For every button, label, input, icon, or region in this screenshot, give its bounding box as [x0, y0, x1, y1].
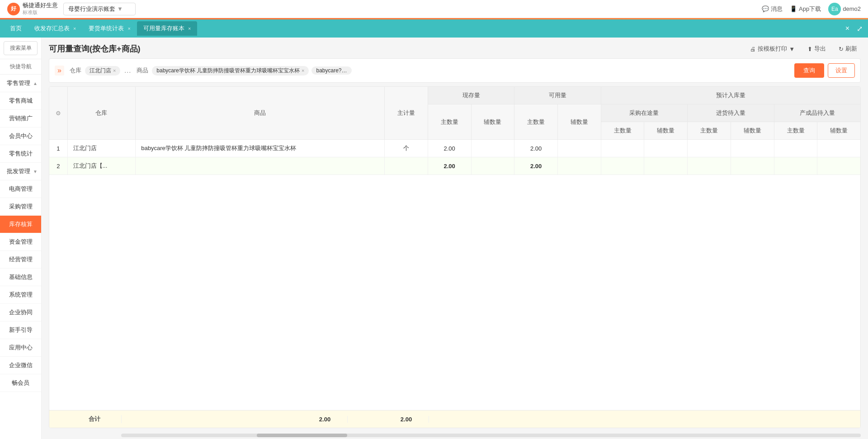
scroll-thumb[interactable]	[257, 434, 347, 437]
sidebar-item-enterprise-wechat-label: 企业微信	[4, 361, 38, 369]
warehouse-tag-jiangbei[interactable]: 江北门店 ×	[85, 66, 120, 76]
row2-prod-main	[774, 157, 817, 175]
warehouse-filter-tags: 江北门店 ×	[85, 66, 120, 76]
table-row: 2 江北门店【... 2.00 2.00	[49, 157, 860, 175]
tab-receive-send-label: 收发存汇总表	[34, 24, 70, 33]
expand-button[interactable]: ⤢	[855, 23, 864, 35]
app-download-button[interactable]: 📱 App下载	[790, 5, 821, 13]
export-button[interactable]: ⬆ 导出	[804, 43, 830, 55]
logo-text: 畅捷通好生意	[23, 2, 58, 9]
row2-pur-main	[601, 157, 644, 175]
tab-available-inventory-label: 可用量库存账本	[143, 24, 184, 33]
sidebar-item-business-mgmt[interactable]: 经营管理	[0, 251, 41, 269]
sidebar-item-inventory[interactable]: 库存核算	[0, 216, 41, 233]
row1-avail-main: 2.00	[514, 140, 558, 157]
sidebar-item-marketing-label: 营销推广	[4, 114, 38, 123]
sidebar-item-retail-stats[interactable]: 零售统计	[0, 145, 41, 163]
tab-receive-send-close[interactable]: ×	[73, 26, 76, 31]
tab-home[interactable]: 首页	[4, 21, 28, 36]
product-tag-babycare[interactable]: babycare学饮杯 儿童防摔防撞吸管杯重力球吸嘴杯宝宝水杯 ×	[152, 66, 309, 76]
settings-button[interactable]: 设置	[828, 63, 855, 78]
sidebar-item-enterprise[interactable]: 企业协同	[0, 304, 41, 321]
logo-text-block: 畅捷通好生意 标准版	[23, 2, 58, 16]
product-tag-babycare2[interactable]: babycare?…	[311, 66, 351, 75]
horizontal-scrollbar[interactable]	[121, 434, 861, 437]
tab-order-stats[interactable]: 要货单统计表 ×	[82, 21, 137, 36]
th-available: 可用量	[514, 87, 601, 104]
sidebar-item-retail-mall[interactable]: 零售商城	[0, 92, 41, 110]
row1-no: 1	[49, 140, 67, 157]
tab-available-inventory[interactable]: 可用量库存账本 ×	[137, 21, 197, 36]
product-tag-remove-icon[interactable]: ×	[302, 68, 304, 73]
logo-sub: 标准版	[23, 9, 58, 16]
template-print-label: 按模板打印	[758, 45, 787, 53]
refresh-icon: ↻	[839, 46, 844, 52]
sidebar-item-enterprise-wechat[interactable]: 企业微信	[0, 357, 41, 374]
sidebar-item-newbie[interactable]: 新手引导	[0, 321, 41, 339]
tab-receive-send[interactable]: 收发存汇总表 ×	[28, 21, 82, 36]
sidebar-item-member-center-label: 会员中心	[4, 132, 38, 140]
warehouse-more-icon[interactable]: …	[124, 66, 131, 75]
warehouse-tag-label: 江北门店	[90, 67, 111, 75]
tab-available-inventory-close[interactable]: ×	[188, 26, 191, 31]
product-filter-label: 商品	[137, 66, 148, 75]
chevron-icon: ▲	[33, 81, 38, 86]
sidebar-item-app-center[interactable]: 应用中心	[0, 339, 41, 357]
avatar: Ea	[828, 3, 841, 15]
row2-inc-main	[688, 157, 731, 175]
row1-inc-aux	[731, 140, 774, 157]
chevron-down-icon: ▼	[117, 5, 123, 12]
sidebar-item-basic-info[interactable]: 基础信息	[0, 269, 41, 286]
nav-tabs-bar: 首页 收发存汇总表 × 要货单统计表 × 可用量库存账本 × × ⤢	[0, 19, 868, 38]
row1-inc-main	[688, 140, 731, 157]
warehouse-tag-remove-icon[interactable]: ×	[113, 68, 116, 73]
sidebar-item-member-center[interactable]: 会员中心	[0, 127, 41, 145]
sidebar-item-retail-mgmt[interactable]: 零售管理 ▲	[0, 75, 41, 92]
logo-icon: 好	[7, 3, 20, 15]
tab-order-stats-close[interactable]: ×	[127, 26, 130, 31]
th-stock-main-qty: 主数量	[428, 104, 471, 140]
th-current-stock: 现存量	[428, 87, 514, 104]
message-icon: 💬	[762, 5, 769, 12]
warehouse-filter-label: 仓库	[70, 66, 81, 75]
user-menu[interactable]: Ea demo2	[828, 3, 861, 15]
sidebar-item-member[interactable]: 畅会员	[0, 374, 41, 392]
table-wrapper: ⚙ 仓库 商品 主计量 现存量 可用量 预计入库量 主数量 辅数量	[49, 86, 861, 428]
message-label: 消息	[771, 5, 783, 13]
search-menu-button[interactable]: 搜索菜单	[4, 41, 38, 55]
th-avail-aux-qty: 辅数量	[557, 104, 601, 140]
sidebar-item-ecommerce[interactable]: 电商管理	[0, 180, 41, 198]
sidebar-item-finance[interactable]: 资金管理	[0, 233, 41, 251]
sidebar-item-marketing[interactable]: 营销推广	[0, 110, 41, 127]
store-selector-label: 母婴行业演示账套	[68, 5, 115, 13]
sidebar-item-retail-mall-label: 零售商城	[4, 97, 38, 105]
filter-toggle-button[interactable]: »	[55, 66, 64, 76]
th-inc-main: 主数量	[688, 122, 731, 140]
sidebar-item-purchase-label: 采购管理	[4, 203, 38, 211]
sidebar-item-purchase[interactable]: 采购管理	[0, 198, 41, 216]
chevron-down-print-icon: ▼	[789, 46, 795, 52]
th-settings: ⚙	[49, 87, 67, 140]
footer-label: 合计	[67, 415, 122, 423]
message-button[interactable]: 💬 消息	[762, 5, 783, 13]
refresh-button[interactable]: ↻ 刷新	[835, 43, 861, 55]
query-button[interactable]: 查询	[794, 63, 824, 78]
sidebar-item-app-center-label: 应用中心	[4, 344, 38, 352]
sidebar-item-system[interactable]: 系统管理	[0, 286, 41, 304]
quick-nav-button[interactable]: 快捷导航	[0, 59, 41, 75]
template-print-button[interactable]: 🖨 按模板打印 ▼	[746, 43, 798, 55]
th-production: 产成品待入量	[774, 104, 860, 122]
th-stock-aux-qty: 辅数量	[471, 104, 514, 140]
table-scroll[interactable]: ⚙ 仓库 商品 主计量 现存量 可用量 预计入库量 主数量 辅数量	[49, 87, 860, 410]
logo-area: 好 畅捷通好生意 标准版	[7, 2, 58, 16]
user-name: demo2	[843, 5, 861, 12]
close-tab-button[interactable]: ×	[844, 23, 851, 34]
th-purchase-transit: 采购在途量	[601, 104, 687, 122]
sidebar-item-wholesale-mgmt[interactable]: 批发管理 ▼	[0, 163, 41, 180]
th-prod-main: 主数量	[774, 122, 817, 140]
export-icon: ⬆	[807, 46, 812, 52]
warehouse-filter-group: 仓库 江北门店 × …	[70, 66, 131, 76]
row2-product	[136, 157, 385, 175]
store-selector[interactable]: 母婴行业演示账套 ▼	[63, 3, 136, 15]
settings-icon[interactable]: ⚙	[56, 110, 61, 117]
